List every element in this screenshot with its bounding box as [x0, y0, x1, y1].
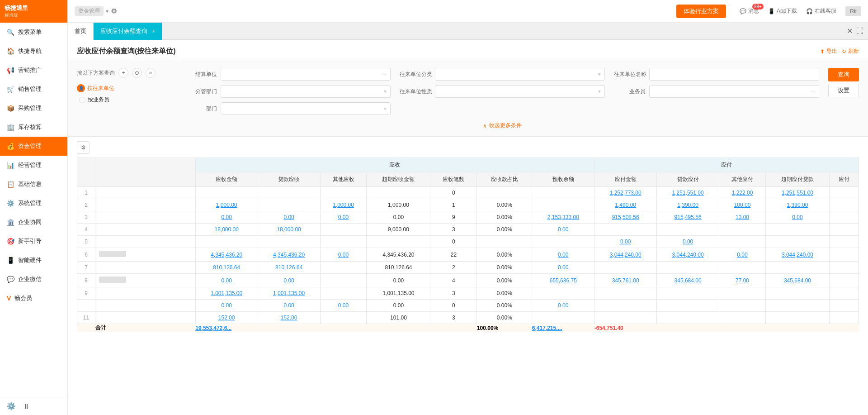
table-cell[interactable]: 0.00 — [320, 248, 367, 262]
sidebar-item-wechat[interactable]: 💬 企业微信 — [0, 270, 67, 289]
table-cell[interactable]: 1,222.00 — [719, 187, 766, 199]
query-type-by-customer[interactable]: 👤 按往来单位 — [77, 82, 176, 94]
query-button[interactable]: 查询 — [828, 68, 859, 81]
table-cell[interactable]: 3,044,240.00 — [765, 248, 829, 262]
tab-close-icon[interactable]: × — [152, 28, 155, 34]
sidebar-item-basic[interactable]: 📋 基础信息 — [0, 175, 67, 194]
sidebar-item-search[interactable]: 🔍 搜索菜单 — [0, 23, 67, 42]
table-cell[interactable]: 0.00 — [320, 300, 367, 312]
table-cell[interactable]: 1,001,135.00 — [195, 287, 258, 300]
table-settings-button[interactable]: ⚙ — [77, 141, 90, 154]
query-type-by-salesman[interactable]: 按业务员 — [77, 94, 176, 105]
sidebar-item-business[interactable]: 📊 经营管理 — [0, 156, 67, 175]
export-button[interactable]: ⬆ 导出 — [820, 48, 837, 55]
table-cell[interactable]: 1,000.00 — [320, 199, 367, 211]
table-cell[interactable]: 0.00 — [195, 211, 258, 224]
table-cell[interactable]: 77.00 — [719, 274, 766, 287]
filter-settings-button[interactable]: ⊙ — [132, 68, 142, 78]
messages-link[interactable]: 💬 消息 99+ — [740, 7, 759, 15]
table-cell[interactable]: 0.00 — [195, 300, 258, 312]
filter-add-button[interactable]: + — [118, 68, 128, 78]
promo-button[interactable]: 体验行业方案 — [676, 5, 726, 18]
online-service-link[interactable]: 🎧 在线客服 — [806, 7, 836, 15]
settings-button[interactable]: 设置 — [828, 84, 859, 97]
table-cell[interactable]: 1,000.00 — [195, 199, 258, 211]
table-cell[interactable]: 18,000.00 — [195, 224, 258, 236]
tab-ar-ap[interactable]: 应收应付余额查询 × — [94, 23, 162, 40]
table-cell[interactable]: 0.00 — [258, 211, 320, 224]
laiwei-category-select[interactable]: ▾ — [435, 68, 605, 81]
sidebar-item-purchase[interactable]: 📦 采购管理 — [0, 99, 67, 118]
table-cell[interactable]: 1,490.00 — [594, 199, 657, 211]
table-cell[interactable]: 0.00 — [532, 262, 594, 274]
table-cell[interactable]: 1,251,551.00 — [657, 187, 719, 199]
table-cell[interactable]: 3,044,240.00 — [594, 248, 657, 262]
home-icon: 🏠 — [7, 48, 14, 55]
sidebar-item-finance[interactable]: 💰 资金管理 — [0, 137, 67, 156]
sidebar-item-corp[interactable]: 🏛️ 企业协同 — [0, 213, 67, 232]
sidebar-item-inventory[interactable]: 🏢 库存核算 — [0, 118, 67, 137]
table-cell[interactable]: 0.00 — [532, 300, 594, 312]
table-cell[interactable]: 152.00 — [195, 312, 258, 324]
table-cell — [95, 274, 196, 287]
salesman-input[interactable]: ··· — [649, 85, 819, 98]
collapse-more-button[interactable]: ∧ 收起更多条件 — [483, 122, 522, 129]
table-cell[interactable]: 1,001,135.00 — [258, 287, 320, 300]
jiesuan-unit-input[interactable]: ··· — [221, 68, 391, 81]
window-close-icon[interactable]: ✕ — [847, 27, 853, 35]
laiwei-name-input[interactable] — [649, 68, 819, 81]
table-cell[interactable]: 0.00 — [258, 274, 320, 287]
refresh-button[interactable]: ↻ 刷新 — [842, 48, 859, 55]
table-cell[interactable]: 0.00 — [532, 248, 594, 262]
filter-collapse-button[interactable]: « — [146, 68, 156, 78]
table-cell[interactable]: 0.00 — [195, 274, 258, 287]
table-cell[interactable]: 655,636.75 — [532, 274, 594, 287]
window-maximize-icon[interactable]: ⛶ — [856, 27, 863, 35]
fenguan-dept-select[interactable]: ▾ — [221, 85, 391, 98]
sidebar-item-guide[interactable]: 🎯 新手引导 — [0, 232, 67, 251]
table-cell[interactable]: 4,345,436.20 — [258, 248, 320, 262]
table-cell[interactable]: 0.00 — [765, 211, 829, 224]
table-cell[interactable]: 345,684.00 — [657, 274, 719, 287]
table-cell[interactable]: 915,495.56 — [657, 211, 719, 224]
sidebar-item-member[interactable]: V 畅会员 — [0, 289, 67, 308]
table-cell[interactable]: 345,684.00 — [765, 274, 829, 287]
table-cell[interactable]: 0.00 — [320, 211, 367, 224]
app-download-link[interactable]: 📱 App下载 — [768, 7, 797, 15]
laiwei-nature-select[interactable]: ▾ — [435, 85, 605, 98]
table-cell[interactable]: 0.00 — [258, 300, 320, 312]
table-cell[interactable]: 1,251,551.00 — [765, 187, 829, 199]
sidebar-item-system[interactable]: ⚙️ 系统管理 — [0, 194, 67, 213]
sidebar-item-sales[interactable]: 🛒 销售管理 — [0, 80, 67, 99]
sidebar-item-label: 畅会员 — [14, 294, 32, 302]
tab-home[interactable]: 首页 — [68, 23, 94, 40]
table-cell[interactable]: 18,000.00 — [258, 224, 320, 236]
sidebar-collapse-icon[interactable]: ⏸ — [23, 402, 30, 410]
table-cell[interactable]: 915,508.56 — [594, 211, 657, 224]
table-cell[interactable]: 0.00 — [594, 236, 657, 248]
table-cell[interactable]: 1,252,773.00 — [594, 187, 657, 199]
table-cell[interactable]: 13.00 — [719, 211, 766, 224]
table-cell[interactable]: 2,153,333.00 — [532, 211, 594, 224]
sidebar-item-marketing[interactable]: 📢 营销推广 — [0, 61, 67, 80]
table-cell[interactable]: 0.00 — [532, 224, 594, 236]
sidebar-settings-icon[interactable]: ⚙️ — [7, 402, 16, 410]
table-cell[interactable]: 152.00 — [258, 312, 320, 324]
table-cell[interactable]: 810,126.64 — [258, 262, 320, 274]
table-cell[interactable]: 1,390.00 — [657, 199, 719, 211]
table-cell[interactable]: 0.00 — [719, 248, 766, 262]
table-cell[interactable]: 1,390.00 — [765, 199, 829, 211]
dept-select[interactable]: ▾ — [221, 102, 391, 115]
table-cell[interactable]: 4,345,436.20 — [195, 248, 258, 262]
table-cell[interactable]: 0.00 — [657, 236, 719, 248]
breadcrumb-dropdown-icon[interactable]: ▾ — [106, 8, 108, 14]
table-cell[interactable]: 810,126.64 — [195, 262, 258, 274]
table-cell[interactable]: 345,761.00 — [594, 274, 657, 287]
salesman-radio-dot — [80, 98, 84, 102]
sidebar-item-quicknav[interactable]: 🏠 快捷导航 — [0, 42, 67, 61]
user-avatar[interactable]: Rit — [845, 6, 861, 16]
topbar-gear-icon[interactable]: ⚙ — [111, 7, 117, 15]
table-cell[interactable]: 3,044,240.00 — [657, 248, 719, 262]
sidebar-item-hardware[interactable]: 📱 智能硬件 — [0, 251, 67, 270]
table-cell[interactable]: 100.00 — [719, 199, 766, 211]
